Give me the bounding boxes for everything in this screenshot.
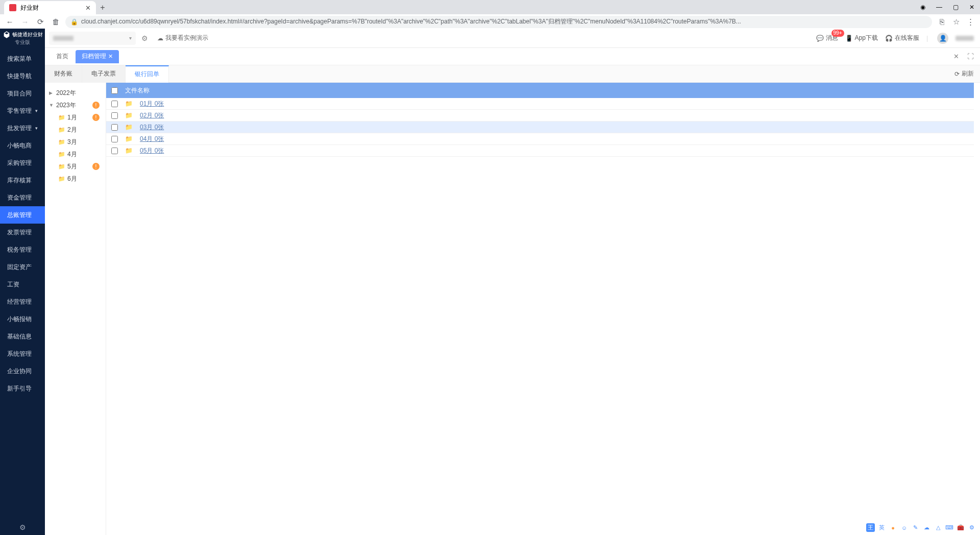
table-row[interactable]: 📁02月 0张 [106,110,974,121]
tree-month-2[interactable]: 📁3月 [47,136,104,148]
table-row[interactable]: 📁03月 0张 [106,121,974,133]
install-icon[interactable]: ⎘ [936,16,947,28]
sidebar-item-2[interactable]: 项目合同 [0,85,45,102]
account-icon[interactable]: ◉ [915,0,931,14]
reload-button[interactable]: ⟳ [35,16,46,28]
sidebar-item-3[interactable]: 零售管理▾ [0,102,45,119]
close-tab-icon[interactable]: ✕ [85,4,91,12]
close-icon[interactable]: ✕ [108,53,113,60]
tree-year-0[interactable]: ▶2022年 [47,87,104,99]
tree-label: 2022年 [56,89,76,98]
sidebar-item-15[interactable]: 小畅报销 [0,310,45,328]
sub-tab-0[interactable]: 财务账 [45,65,82,83]
window-controls: ◉ — ▢ ✕ [915,0,980,14]
file-name[interactable]: 01月 0张 [140,100,164,108]
browser-chrome: 好业财 ✕ + ◉ — ▢ ✕ ← → ⟳ 🗑 🔒 cloud.chanjet.… [0,0,980,29]
sidebar-item-0[interactable]: 搜索菜单 [0,50,45,67]
row-checkbox[interactable] [111,136,118,142]
sidebar-item-6[interactable]: 采购管理 [0,154,45,172]
row-checkbox[interactable] [111,101,118,107]
page-tab-0[interactable]: 首页 [50,50,75,63]
star-icon[interactable]: ☆ [950,16,962,28]
tree-label: 5月 [67,162,77,171]
back-button[interactable]: ← [4,16,15,28]
tree-month-4[interactable]: 📁5月! [47,160,104,173]
sidebar-item-9[interactable]: 总账管理 [0,206,45,224]
ime-dot-icon[interactable]: ● [889,523,897,532]
sub-tabs: 财务账电子发票银行回单 ⟳ 刷新 [45,65,980,83]
sidebar-item-17[interactable]: 系统管理 [0,345,45,362]
page-tab-1[interactable]: 归档管理✕ [76,50,119,63]
file-name[interactable]: 04月 0张 [140,135,164,143]
sidebar-item-label: 经营管理 [7,298,32,306]
maximize-icon[interactable]: ▢ [947,0,964,14]
row-checkbox[interactable] [111,124,118,131]
refresh-button[interactable]: ⟳ 刷新 [954,69,974,78]
sidebar-item-5[interactable]: 小畅电商 [0,137,45,154]
gear-icon[interactable]: ⚙ [140,34,149,43]
app-download-button[interactable]: 📱 App下载 [845,34,878,42]
url-input[interactable]: 🔒 cloud.chanjet.com/cc/u6d89qwnryel/57bf… [65,16,932,28]
sidebar-item-1[interactable]: 快捷导航 [0,67,45,85]
ime-settings-icon[interactable]: ⚙ [967,523,976,532]
ime-cloud-icon[interactable]: △ [934,523,942,532]
org-selector[interactable]: ▾ [49,32,136,45]
sidebar-item-13[interactable]: 工资 [0,276,45,293]
sidebar-item-label: 快捷导航 [7,72,32,81]
close-all-tabs-icon[interactable]: ✕ [950,51,962,62]
minimize-icon[interactable]: — [931,0,947,14]
folder-icon: 📁 [125,147,133,154]
ime-emoji-icon[interactable]: ☺ [900,523,909,532]
sidebar-item-10[interactable]: 发票管理 [0,224,45,241]
ime-keyboard-icon[interactable]: ⌨ [945,523,953,532]
folder-icon: 📁 [58,151,65,158]
chevron-down-icon: ▾ [129,35,132,41]
fullscreen-icon[interactable]: ⛶ [965,51,976,62]
tree-month-1[interactable]: 📁2月 [47,124,104,136]
folder-icon: 📁 [58,176,65,182]
sidebar-item-label: 资金管理 [7,193,32,202]
sidebar-item-14[interactable]: 经营管理 [0,293,45,310]
sidebar-item-18[interactable]: 企业协同 [0,362,45,380]
badge: 99+ [831,30,844,37]
new-tab-button[interactable]: + [96,1,109,14]
tree-year-1[interactable]: ▼2023年! [47,99,104,111]
tree-month-0[interactable]: 📁1月! [47,111,104,124]
table-row[interactable]: 📁04月 0张 [106,133,974,145]
menu-icon[interactable]: ⋮ [965,16,976,28]
sub-tab-1[interactable]: 电子发票 [82,65,126,83]
ime-tool-icon[interactable]: 🧰 [956,523,965,532]
browser-tab[interactable]: 好业财 ✕ [4,1,96,14]
sidebar-item-8[interactable]: 资金管理 [0,189,45,206]
settings-button[interactable]: ⚙ [0,520,45,535]
sidebar-item-7[interactable]: 库存核算 [0,172,45,189]
table-row[interactable]: 📁01月 0张 [106,98,974,110]
sidebar-item-16[interactable]: 基础信息 [0,328,45,345]
messages-button[interactable]: 💬 消息 99+ [816,34,838,42]
ime-edit-icon[interactable]: ✎ [911,523,920,532]
avatar[interactable]: 👤 [937,33,948,44]
close-window-icon[interactable]: ✕ [964,0,980,14]
tree-month-5[interactable]: 📁6月 [47,173,104,185]
table-row[interactable]: 📁05月 0张 [106,145,974,157]
sidebar-item-11[interactable]: 税务管理 [0,241,45,258]
file-name[interactable]: 05月 0张 [140,147,164,155]
forward-button[interactable]: → [19,16,31,28]
sub-tab-2[interactable]: 银行回单 [126,65,169,83]
ime-voice-icon[interactable]: ☁ [922,523,931,532]
ime-main[interactable]: 王 [866,523,875,532]
tree-month-3[interactable]: 📁4月 [47,148,104,160]
tab-strip: 好业财 ✕ + ◉ — ▢ ✕ [0,0,980,14]
file-name[interactable]: 03月 0张 [140,123,164,132]
sidebar-item-12[interactable]: 固定资产 [0,258,45,276]
ime-lang[interactable]: 英 [877,523,886,532]
online-service-button[interactable]: 🎧 在线客服 [885,34,919,42]
sidebar-item-4[interactable]: 批发管理▾ [0,119,45,137]
sidebar-item-19[interactable]: 新手引导 [0,380,45,397]
row-checkbox[interactable] [111,148,118,154]
select-all-checkbox[interactable] [111,87,118,94]
demo-link[interactable]: ☁ 我要看实例演示 [157,34,208,42]
delete-icon[interactable]: 🗑 [50,16,61,28]
file-name[interactable]: 02月 0张 [140,111,164,120]
row-checkbox[interactable] [111,112,118,119]
